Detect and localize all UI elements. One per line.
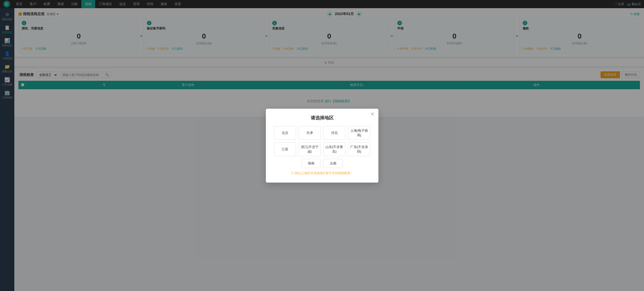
- warning-icon: ⓘ: [291, 171, 294, 175]
- region-row-3: 海南 云南: [274, 159, 370, 168]
- modal-overlay[interactable]: ✕ 请选择地区 北京 天津 河北 上海(电子税局) 江苏 浙江(不含宁波) 山东…: [0, 0, 644, 291]
- warning-text: ⓘ 除以上地区外其他地区暂不支持报税检查！: [274, 171, 370, 175]
- region-btn-hebei[interactable]: 河北: [323, 126, 346, 140]
- region-btn-yunnan[interactable]: 云南: [323, 159, 343, 168]
- region-btn-shanghai[interactable]: 上海(电子税局): [348, 126, 370, 140]
- region-row-2: 江苏 浙江(不含宁波) 山东(不含青岛) 广东(不含深圳): [274, 142, 370, 156]
- region-select-modal: ✕ 请选择地区 北京 天津 河北 上海(电子税局) 江苏 浙江(不含宁波) 山东…: [266, 109, 378, 183]
- region-row-1: 北京 天津 河北 上海(电子税局): [274, 126, 370, 140]
- modal-close-btn[interactable]: ✕: [370, 112, 374, 116]
- region-btn-tianjin[interactable]: 天津: [299, 126, 321, 140]
- modal-title: 请选择地区: [274, 115, 370, 121]
- region-btn-shandong[interactable]: 山东(不含青岛): [323, 142, 346, 156]
- region-btn-beijing[interactable]: 北京: [274, 126, 296, 140]
- region-btn-jiangsu[interactable]: 江苏: [274, 142, 296, 156]
- region-btn-guangdong[interactable]: 广东(不含深圳): [348, 142, 370, 156]
- region-btn-hainan[interactable]: 海南: [301, 159, 321, 168]
- region-btn-zhejiang[interactable]: 浙江(不含宁波): [299, 142, 321, 156]
